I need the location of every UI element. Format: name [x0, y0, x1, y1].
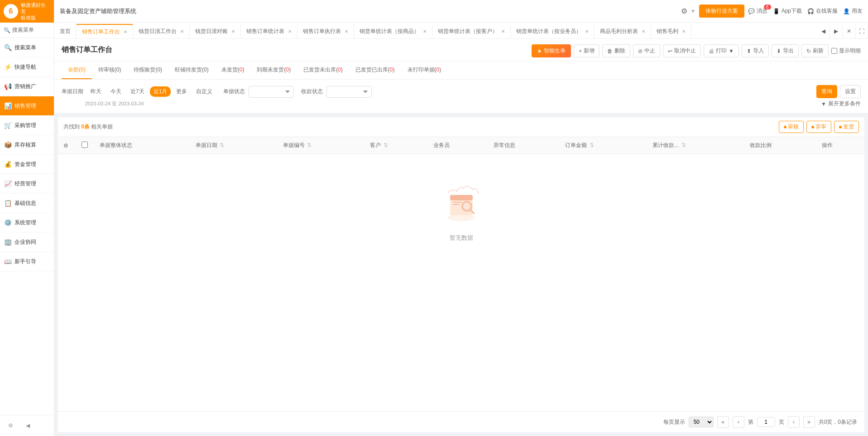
per-page-select[interactable]: 50 100: [689, 417, 714, 427]
stop-btn[interactable]: ⊘ 中止: [633, 44, 660, 57]
header-online-service[interactable]: 🎧 在线客服: [807, 7, 838, 15]
tab-sales-summary-customer[interactable]: 销货单统计表（按客户）✕: [432, 24, 511, 38]
expand-btn[interactable]: ▼ 展开更多条件: [821, 100, 861, 108]
column-settings-icon[interactable]: ⚙: [63, 142, 68, 149]
sidebar-item-basic-info[interactable]: 📋基础信息: [0, 194, 54, 213]
tab-product-margin[interactable]: 商品毛利分析表✕: [595, 24, 651, 38]
next-page-btn[interactable]: ›: [788, 416, 800, 428]
sidebar-item-inventory[interactable]: 📦库存核算: [0, 135, 54, 155]
sidebar-item-quick-nav[interactable]: ⚡快捷导航: [0, 57, 54, 77]
close-tab-icon[interactable]: ✕: [423, 29, 427, 34]
logo-text: 畅捷通好生意 标准版: [21, 2, 50, 21]
tab-sales-exec[interactable]: 销售订单执行表✕: [297, 24, 354, 38]
page-input[interactable]: [757, 417, 775, 427]
print-btn[interactable]: 🖨 打印 ▼: [704, 44, 739, 57]
close-tab-icon[interactable]: ✕: [642, 29, 645, 34]
settings-btn[interactable]: 设置: [840, 85, 861, 98]
header-settings-icon[interactable]: ⚙: [681, 7, 687, 15]
filter-tab-pending-inspect[interactable]: 待拣验货(0): [127, 62, 168, 79]
close-tab-icon[interactable]: ✕: [585, 29, 589, 34]
close-tab-icon[interactable]: ✕: [124, 29, 127, 34]
select-all-checkbox[interactable]: [82, 142, 88, 148]
close-tab-icon[interactable]: ✕: [501, 29, 505, 34]
delete-btn[interactable]: 🗑 删除: [602, 44, 630, 57]
tab-sales-summary-product[interactable]: 销货单统计表（按商品）✕: [354, 24, 432, 38]
header-app-download[interactable]: 📱 App下载: [773, 7, 802, 15]
add-btn[interactable]: + 新增: [574, 44, 599, 57]
sidebar-item-system[interactable]: ⚙️系统管理: [0, 213, 54, 232]
payment-status-select[interactable]: [326, 86, 372, 98]
tab-fullscreen[interactable]: ⛶: [855, 24, 868, 38]
filter-tab-pending-review[interactable]: 待审核(0): [92, 62, 128, 79]
date-option-1month[interactable]: 近1月: [150, 86, 171, 97]
filter-tab-not-printed[interactable]: 未打印单据(0): [401, 62, 448, 79]
sidebar-item-operations[interactable]: 📈经营管理: [0, 174, 54, 194]
tab-nav-next[interactable]: ▶: [830, 24, 843, 38]
marketing-icon: 📢: [4, 82, 12, 90]
filter-tab-overdue-ship[interactable]: 到期未发货(0): [250, 62, 297, 79]
close-tab-icon[interactable]: ✕: [682, 29, 686, 34]
date-option-custom[interactable]: 自定义: [192, 86, 216, 97]
sidebar-item-enterprise[interactable]: 🏢企业协同: [0, 232, 54, 252]
sidebar-settings-btn[interactable]: ⚙: [4, 419, 17, 432]
sidebar-item-finance[interactable]: 💰资金管理: [0, 155, 54, 174]
approve-btn[interactable]: 审核: [779, 121, 804, 133]
sort-collected-icon[interactable]: ⇅: [681, 142, 686, 148]
date-option-more[interactable]: 更多: [173, 86, 191, 97]
tab-nav-prev[interactable]: ◀: [817, 24, 830, 38]
filter-tab-not-shipped[interactable]: 未发货(0): [215, 62, 251, 79]
service-icon: 🎧: [807, 8, 814, 14]
export-btn[interactable]: ⬇ 导出: [772, 44, 799, 57]
show-detail-checkbox[interactable]: [831, 48, 837, 54]
tab-sales-workbench[interactable]: 销售订单工作台✕: [77, 24, 133, 38]
close-tab-icon[interactable]: ✕: [288, 29, 292, 34]
add-icon: +: [579, 48, 582, 54]
filter-tab-shipped-warehoused[interactable]: 已发货已出库(0): [349, 62, 401, 79]
tab-sales-summary-staff[interactable]: 销货单统计表（按业务员）✕: [511, 24, 595, 38]
sort-number-icon[interactable]: ⇅: [307, 142, 312, 148]
sidebar-item-search[interactable]: 🔍搜索菜单: [0, 38, 54, 57]
deliver-btn[interactable]: 发货: [834, 121, 859, 133]
date-option-yesterday[interactable]: 昨天: [87, 86, 105, 97]
close-tab-icon[interactable]: ✕: [180, 29, 184, 34]
close-tab-icon[interactable]: ✕: [345, 29, 348, 34]
date-option-7days[interactable]: 近7天: [127, 86, 148, 97]
filter-tab-label: 待审核(0): [98, 66, 121, 73]
filter-tab-wangpu-deliver[interactable]: 旺铺待发货(0): [168, 62, 215, 79]
sidebar-item-purchase[interactable]: 🛒采购管理: [0, 116, 54, 135]
tab-cash-daily[interactable]: 钱货日清工作台✕: [133, 24, 190, 38]
import-btn[interactable]: ⬆ 导入: [742, 44, 769, 57]
cancel-stop-btn[interactable]: ↩ 取消中止: [663, 44, 701, 57]
filter-tab-shipped-not-warehoused[interactable]: 已发货未出库(0): [297, 62, 349, 79]
tab-close-all[interactable]: ✕: [843, 24, 855, 38]
sidebar-item-guide[interactable]: 📖新手引导: [0, 252, 54, 271]
close-tab-icon[interactable]: ✕: [231, 29, 235, 34]
table-scroll[interactable]: ⚙ 单据整体状态 单据日期 ⇅: [58, 137, 864, 411]
filter-tab-all[interactable]: 全部(0): [62, 62, 92, 79]
revoke-btn[interactable]: 弃审: [806, 121, 831, 133]
first-page-btn[interactable]: «: [717, 416, 729, 428]
sidebar-item-sales[interactable]: 📊销售管理: [0, 96, 54, 116]
system-dropdown-icon[interactable]: ▼: [691, 9, 695, 14]
sidebar-item-marketing[interactable]: 📢营销推广: [0, 77, 54, 96]
show-detail-label[interactable]: 显示明细: [831, 47, 861, 55]
header-message[interactable]: 💬 消息 6: [748, 7, 767, 15]
industry-btn[interactable]: 体验行业方案: [699, 5, 744, 18]
prev-page-btn[interactable]: ‹: [733, 416, 744, 428]
header-user[interactable]: 👤 用友: [843, 7, 863, 15]
sort-customer-icon[interactable]: ⇅: [384, 142, 388, 148]
tab-sales-profit[interactable]: 销售毛利✕: [651, 24, 691, 38]
sidebar-search-item[interactable]: 🔍 搜索菜单: [0, 23, 54, 38]
bill-status-select[interactable]: [249, 86, 294, 98]
refresh-btn[interactable]: ↻ 刷新: [801, 44, 829, 57]
sort-amount-icon[interactable]: ⇅: [590, 142, 594, 148]
tab-cash-reconcile[interactable]: 钱货日清对账✕: [190, 24, 241, 38]
sidebar-collapse-btn[interactable]: ◀: [21, 419, 34, 432]
smart-generate-btn[interactable]: ★ 智能生单: [532, 44, 571, 57]
sort-date-icon[interactable]: ⇅: [220, 142, 224, 148]
tab-home[interactable]: 首页: [54, 24, 77, 38]
last-page-btn[interactable]: »: [803, 416, 815, 428]
tab-sales-stat[interactable]: 销售订单统计表✕: [241, 24, 297, 38]
query-btn[interactable]: 查询: [816, 85, 837, 98]
date-option-today[interactable]: 今天: [107, 86, 125, 97]
